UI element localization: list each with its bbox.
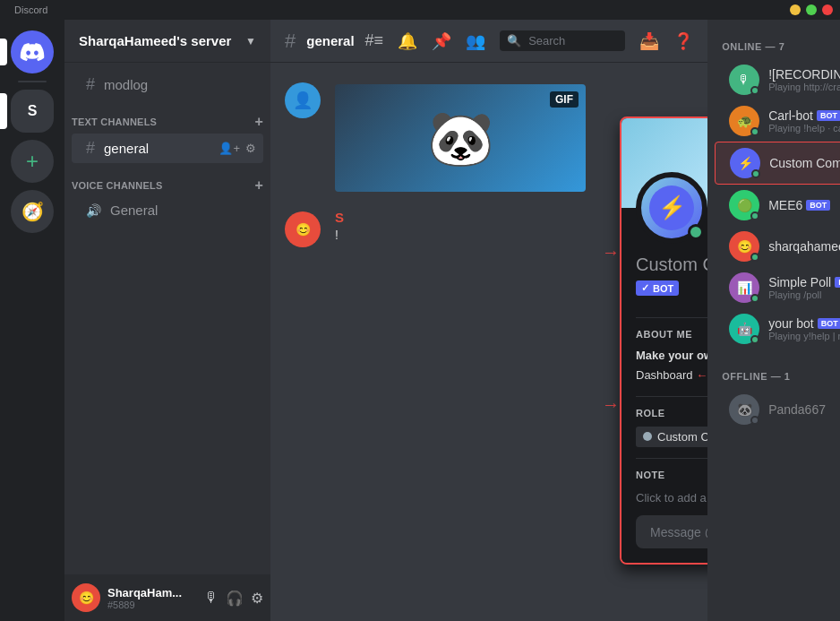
msg-avatar-gif: 👤: [285, 82, 321, 118]
member-name-row-custom-commands: Custom Comma... BOT: [769, 156, 840, 170]
bot-tag-carlbot: BOT: [817, 110, 840, 121]
threads-icon[interactable]: #≡: [365, 31, 384, 50]
close-button[interactable]: [822, 4, 833, 15]
member-name-sharqahameed: sharqahameed: [768, 239, 840, 254]
guild-server1[interactable]: S: [11, 90, 54, 133]
settings-icon-user[interactable]: ⚙: [251, 590, 263, 607]
member-name-recording: ![RECORDING] ...: [768, 67, 840, 82]
headset-icon[interactable]: 🎧: [226, 590, 244, 607]
chevron-down-icon: ▼: [245, 35, 256, 47]
member-name-row-panda667: Panda667: [768, 402, 840, 417]
channel-name-modlog: modlog: [104, 77, 148, 92]
svg-text:⚡: ⚡: [658, 194, 687, 221]
maximize-button[interactable]: [806, 4, 817, 15]
member-status-simplepoll: Playing /poll: [768, 289, 840, 300]
search-placeholder: Search: [528, 34, 565, 47]
member-name-custom-commands: Custom Comma...: [769, 156, 840, 170]
add-server-button[interactable]: +: [11, 140, 54, 183]
server-name: SharqaHameed's server: [79, 33, 231, 48]
bot-tag-yourbot: BOT: [818, 318, 840, 329]
bot-badge: BOT: [636, 280, 679, 296]
role-name: Custom Commands: [657, 430, 707, 444]
member-info-mee6: MEE6 BOT: [768, 198, 840, 212]
bot-tag-simplepoll: BOT: [835, 277, 840, 288]
member-status-dot-panda667: [750, 416, 759, 425]
member-name-row-recording: ![RECORDING] ... BOT: [768, 67, 840, 82]
member-item-custom-commands[interactable]: ⚡ Custom Comma... BOT: [715, 142, 840, 185]
member-name-yourbot: your bot: [768, 316, 814, 331]
member-status-dot-carlbot: [750, 127, 759, 136]
channel-header-name: general: [306, 33, 354, 48]
server-header[interactable]: SharqaHameed's server ▼: [64, 20, 270, 63]
role-tag-custom-commands: Custom Commands: [636, 427, 707, 447]
member-item-carlbot[interactable]: 🐢 Carl-bot BOT Playing !help · carl.gg: [715, 100, 840, 142]
dashboard-label: Dashboard: [636, 368, 693, 382]
current-user-discriminator: #5889: [107, 599, 197, 610]
channels-list: # modlog TEXT CHANNELS + # general 👤+ ⚙ …: [64, 63, 270, 574]
active-guild-indicator: [0, 93, 7, 129]
search-icon: 🔍: [507, 34, 521, 47]
member-item-panda667[interactable]: 🐼 Panda667: [715, 389, 840, 430]
channel-sidebar: SharqaHameed's server ▼ # modlog TEXT CH…: [64, 20, 270, 621]
arrow-indicator-1: →: [602, 242, 620, 263]
message-bot-placeholder: Message @Custom Commands: [650, 525, 707, 539]
role-title: ROLE: [636, 408, 707, 418]
current-user-avatar[interactable]: 😊: [72, 583, 100, 612]
category-text-channels[interactable]: TEXT CHANNELS +: [64, 99, 270, 134]
member-status-dot-mee6: [750, 211, 759, 220]
member-status-carlbot: Playing !help · carl.gg: [768, 123, 840, 134]
add-voice-channel-button[interactable]: +: [254, 177, 263, 194]
add-member-icon[interactable]: 👤+: [219, 142, 240, 155]
member-item-simplepoll[interactable]: 📊 Simple Poll BOT Playing /poll: [715, 267, 840, 308]
help-icon[interactable]: ❓: [673, 31, 693, 51]
msg-avatar-1: 😊: [285, 211, 321, 247]
member-info-sharqahameed: sharqahameed 👑: [768, 239, 840, 254]
microphone-icon[interactable]: 🎙: [204, 590, 219, 607]
message-bot-input[interactable]: Message @Custom Commands: [636, 515, 707, 548]
title-bar-discord-label: Discord: [7, 4, 47, 15]
offline-section-title: OFFLINE — 1: [707, 364, 840, 389]
guild-separator: [18, 81, 47, 82]
pinned-icon[interactable]: 📌: [432, 31, 451, 51]
hash-icon: #: [86, 75, 95, 94]
voice-channels-label: VOICE CHANNELS: [72, 180, 162, 191]
member-avatar-panda667: 🐼: [729, 394, 759, 425]
member-info-yourbot: your bot BOT Playing y!help | release v4…: [768, 316, 840, 341]
explore-servers-button[interactable]: 🧭: [11, 190, 54, 233]
title-bar: Discord: [0, 0, 840, 20]
member-status-dot-sharqahameed: [750, 253, 759, 262]
msg-author-1: S: [335, 210, 344, 225]
discord-home-button[interactable]: [11, 30, 54, 73]
channel-header-hash-icon: #: [285, 30, 296, 53]
member-avatar-simplepoll: 📊: [729, 272, 759, 303]
member-status-dot-simplepoll: [750, 294, 759, 303]
channel-item-voice-general[interactable]: 🔊 General: [72, 197, 263, 223]
member-avatar-mee6: 🟢: [729, 190, 759, 220]
member-status-dot-yourbot: [750, 335, 759, 344]
member-item-mee6[interactable]: 🟢 MEE6 BOT: [715, 185, 840, 226]
bot-tag-mee6: BOT: [806, 200, 830, 211]
member-item-recording[interactable]: 🎙 ![RECORDING] ... BOT Playing http://cr…: [715, 59, 840, 100]
note-placeholder[interactable]: Click to add a note: [636, 487, 707, 508]
channel-item-general[interactable]: # general 👤+ ⚙: [72, 134, 263, 163]
member-name-row-sharqahameed: sharqahameed 👑: [768, 239, 840, 254]
search-bar[interactable]: 🔍 Search: [500, 30, 625, 51]
app-layout: S + 🧭 SharqaHameed's server ▼ # modlog T…: [0, 20, 840, 621]
members-icon[interactable]: 👥: [466, 31, 485, 51]
add-text-channel-button[interactable]: +: [254, 114, 263, 130]
notifications-icon[interactable]: 🔔: [398, 31, 417, 51]
member-item-yourbot[interactable]: 🤖 your bot BOT Playing y!help | release …: [715, 308, 840, 349]
inbox-icon[interactable]: 📥: [639, 31, 659, 51]
settings-icon[interactable]: ⚙: [245, 142, 256, 155]
member-status-recording: Playing http://craig.chat: [768, 82, 840, 92]
category-voice-channels[interactable]: VOICE CHANNELS +: [64, 163, 270, 197]
member-name-carlbot: Carl-bot: [768, 108, 813, 123]
minimize-button[interactable]: [790, 4, 801, 15]
panda-gif-content: 🐼: [427, 107, 494, 170]
user-area: 😊 SharqaHam... #5889 🎙 🎧 ⚙: [64, 574, 270, 621]
member-item-sharqahameed[interactable]: 😊 sharqahameed 👑: [715, 226, 840, 267]
active-indicator: [0, 39, 7, 65]
role-tags-container: Custom Commands +: [636, 426, 707, 447]
member-name-row-yourbot: your bot BOT: [768, 316, 840, 331]
channel-item-modlog[interactable]: # modlog: [72, 70, 263, 99]
